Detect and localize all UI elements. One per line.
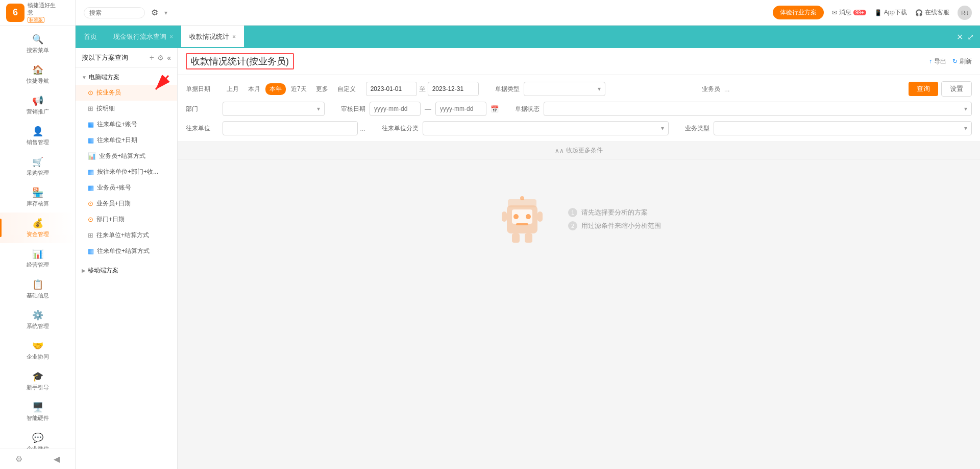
tree-section-desktop: ▼ 电脑端方案 ⊙ 按业务员 ⊞ 按明细 ▦ 往来单位+账号 ▦ 往来单位+	[76, 68, 177, 261]
doc-status-select[interactable]: ▾	[544, 102, 972, 116]
maximize-window-icon[interactable]: ⤢	[967, 32, 974, 42]
operation-icon: 📊	[32, 248, 43, 260]
message-action[interactable]: ✉ 消息 99+	[832, 8, 866, 17]
refresh-button[interactable]: ↻ 刷新	[952, 57, 972, 66]
tree-section-desktop-header[interactable]: ▼ 电脑端方案	[76, 70, 177, 85]
doc-status-label: 单据状态	[515, 105, 540, 113]
sidebar-item-inventory[interactable]: 🏪 库存核算	[0, 182, 75, 213]
tab-prev-month[interactable]: 上月	[223, 83, 243, 95]
doc-type-arrow-icon: ▾	[598, 85, 601, 92]
empty-tip-2: 2 用过滤条件来缩小分析范围	[568, 221, 661, 230]
review-date-to-input[interactable]	[435, 102, 486, 116]
refresh-icon: ↻	[952, 58, 958, 65]
doc-type-label: 单据类型	[495, 85, 520, 93]
biz-type-select[interactable]: ▾	[714, 121, 972, 135]
sidebar-settings-btn[interactable]: ⚙	[15, 454, 22, 464]
left-panel-add-btn[interactable]: +	[150, 53, 154, 62]
tree-item-by-partner-account[interactable]: ▦ 往来单位+账号	[76, 116, 177, 132]
biz-type-arrow-icon: ▾	[964, 125, 967, 132]
query-button[interactable]: 查询	[909, 82, 938, 96]
review-date-from-input[interactable]	[370, 102, 421, 116]
tree-item-by-salesperson[interactable]: ⊙ 按业务员	[76, 85, 177, 101]
user-avatar[interactable]: Rit	[958, 6, 972, 20]
tab-custom[interactable]: 自定义	[333, 83, 360, 95]
sidebar-item-basic[interactable]: 📋 基础信息	[0, 274, 75, 304]
tab-collection-stats[interactable]: 收款情况统计 ×	[181, 26, 244, 48]
partner-category-select[interactable]: ▾	[423, 121, 669, 135]
wechat-icon: 💬	[32, 432, 43, 443]
service-icon: 🎧	[915, 9, 923, 16]
dept-select[interactable]: ▾	[223, 102, 325, 116]
doc-type-select[interactable]: ▾	[524, 82, 605, 96]
tab-bank-flow[interactable]: 现金银行流水查询 ×	[105, 26, 181, 48]
date-label: 单据日期	[186, 85, 216, 93]
tab-last7[interactable]: 近7天	[287, 83, 311, 95]
sidebar-item-capital[interactable]: 💰 资金管理	[0, 213, 75, 243]
sales-icon: 👤	[32, 126, 43, 137]
tab-more[interactable]: 更多	[312, 83, 332, 95]
tree-item-by-salesperson-settle[interactable]: 📊 业务员+结算方式	[76, 148, 177, 164]
tree-section-mobile-header[interactable]: ▶ 移动端方案	[76, 263, 177, 278]
tab-close-collection-stats[interactable]: ×	[232, 33, 236, 40]
tab-this-year[interactable]: 本年	[265, 83, 286, 95]
sidebar-collapse-btn[interactable]: ◀	[54, 454, 60, 464]
export-button[interactable]: ↑ 导出	[929, 57, 946, 66]
tree-item-by-partner-dept[interactable]: ▦ 按往来单位+部门+收...	[76, 164, 177, 180]
search-menu-icon: 🔍	[32, 34, 43, 45]
partner-category-label: 往来单位分类	[382, 124, 419, 133]
tab-close-bank-flow[interactable]: ×	[169, 33, 173, 40]
tree-item-by-detail[interactable]: ⊞ 按明细	[76, 101, 177, 116]
sidebar-item-wechat[interactable]: 💬 企业微信	[0, 427, 75, 449]
tree-item-by-dept-date[interactable]: ⊙ 部门+日期	[76, 212, 177, 227]
tree-item-by-partner-date[interactable]: ▦ 往来单位+日期	[76, 132, 177, 148]
guide-icon: 🎓	[32, 371, 43, 382]
review-date-group: 审核日期 — 📅	[341, 102, 499, 116]
sidebar-item-sales[interactable]: 👤 销售管理	[0, 121, 75, 151]
tab-home[interactable]: 首页	[76, 26, 105, 48]
sidebar-item-system[interactable]: ⚙️ 系统管理	[0, 304, 75, 335]
top-header: ⚙ ▾ 体验行业方案 ✉ 消息 99+ 📱 App下载 🎧 在线客服 Rit	[76, 0, 980, 26]
review-date-cal-icon[interactable]: 📅	[491, 105, 499, 113]
header-right: 体验行业方案 ✉ 消息 99+ 📱 App下载 🎧 在线客服 Rit	[773, 6, 972, 20]
dropdown-arrow-icon[interactable]: ▾	[164, 9, 167, 16]
svg-rect-6	[537, 212, 543, 222]
close-window-icon[interactable]: ✕	[957, 32, 963, 42]
tree-item-by-partner-settle2[interactable]: ▦ 往来单位+结算方式	[76, 243, 177, 259]
salesperson-more-btn[interactable]: ...	[724, 85, 730, 93]
collapse-bar[interactable]: ∧∧ 收起更多条件	[178, 142, 980, 159]
empty-tips: 1 请先选择要分析的方案 2 用过滤条件来缩小分析范围	[568, 208, 661, 230]
dept-label: 部门	[186, 105, 216, 113]
nav-search-area	[84, 7, 145, 18]
left-panel-collapse-btn[interactable]: «	[167, 54, 171, 62]
right-content: 收款情况统计(按业务员) ↑ 导出 ↻ 刷新 单据日期	[178, 48, 980, 469]
tree-section-mobile: ▶ 移动端方案	[76, 261, 177, 280]
date-from-input[interactable]	[366, 82, 417, 96]
left-panel-settings-btn[interactable]: ⚙	[157, 54, 164, 62]
sidebar-item-quick-nav[interactable]: 🏠 快捷导航	[0, 59, 75, 90]
sidebar-item-search-menu[interactable]: 🔍 搜索菜单	[0, 29, 75, 59]
svg-rect-9	[508, 199, 536, 207]
sidebar-item-guide[interactable]: 🎓 新手引导	[0, 366, 75, 396]
salesperson-group: 业务员 ...	[702, 85, 902, 93]
online-service-action[interactable]: 🎧 在线客服	[915, 8, 949, 17]
sidebar-item-hardware[interactable]: 🖥️ 智能硬件	[0, 396, 75, 427]
partner-input[interactable]	[223, 121, 358, 135]
sidebar-item-enterprise[interactable]: 🤝 企业协同	[0, 335, 75, 366]
partner-more-btn[interactable]: ...	[360, 125, 365, 132]
tree-item-by-partner-settle1[interactable]: ⊞ 往来单位+结算方式	[76, 227, 177, 243]
gear-icon[interactable]: ⚙	[151, 8, 158, 17]
trial-button[interactable]: 体验行业方案	[773, 6, 824, 19]
tab-this-month[interactable]: 本月	[244, 83, 264, 95]
salesperson-date-icon: ⊙	[88, 200, 93, 207]
search-input[interactable]	[84, 7, 145, 18]
sidebar-item-operation[interactable]: 📊 经营管理	[0, 243, 75, 274]
tree-item-by-salesperson-account[interactable]: ▦ 业务员+账号	[76, 180, 177, 196]
app-download-action[interactable]: 📱 App下载	[874, 8, 907, 17]
filter-row-1: 单据日期 上月 本月 本年 近7天 更多 自定义 至	[186, 81, 972, 97]
date-to-input[interactable]	[428, 82, 479, 96]
page-title-area: 收款情况统计(按业务员)	[186, 53, 294, 69]
sidebar-item-purchase[interactable]: 🛒 采购管理	[0, 151, 75, 182]
sidebar-item-marketing[interactable]: 📢 营销推广	[0, 90, 75, 121]
tree-item-by-salesperson-date[interactable]: ⊙ 业务员+日期	[76, 196, 177, 212]
settings-button[interactable]: 设置	[941, 81, 972, 97]
